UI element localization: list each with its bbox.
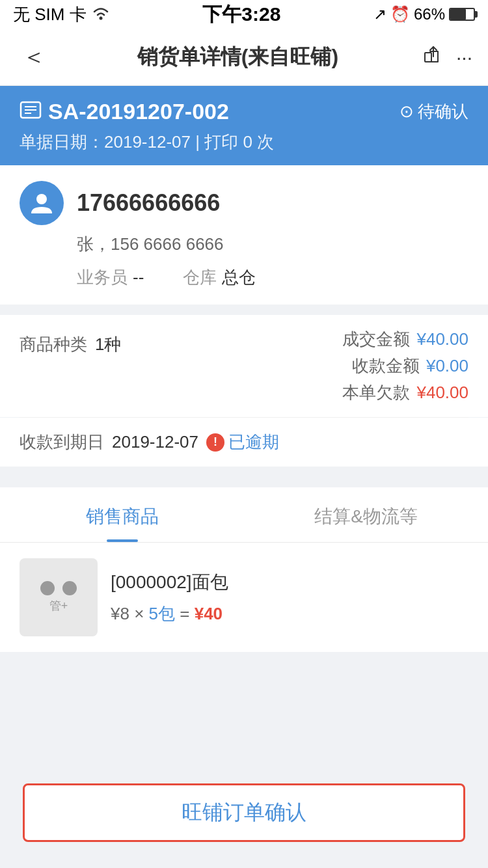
confirm-order-button[interactable]: 旺铺订单确认 bbox=[23, 783, 465, 842]
nav-title: 销货单详情(来自旺铺) bbox=[52, 43, 424, 72]
order-id: SA-20191207-002 bbox=[20, 99, 229, 124]
product-price-row: ¥8 × 5包 = ¥40 bbox=[111, 603, 468, 625]
order-header: SA-20191207-002 ⊙ 待确认 单据日期：2019-12-07 | … bbox=[0, 86, 488, 165]
due-section: 收款到期日 2019-12-07 ! 已逾期 bbox=[0, 418, 488, 467]
order-id-row: SA-20191207-002 ⊙ 待确认 bbox=[20, 99, 468, 124]
order-status: ⊙ 待确认 bbox=[400, 100, 468, 123]
price-formula: ¥8 × bbox=[111, 604, 149, 623]
confirm-button-wrapper: 旺铺订单确认 bbox=[23, 783, 465, 842]
customer-section: 17666666666 张，156 6666 6666 业务员 -- 仓库 总仓 bbox=[0, 165, 488, 305]
section-divider-2 bbox=[0, 467, 488, 477]
tab-underline bbox=[107, 539, 138, 542]
tabs-row: 销售商品 结算&物流等 bbox=[0, 487, 488, 543]
product-name: [0000002]面包 bbox=[111, 570, 468, 595]
status-bar: 无 SIM 卡 下午3:28 ↗ ⏰ 66% bbox=[0, 0, 488, 29]
tab-sales-product[interactable]: 销售商品 bbox=[0, 487, 244, 542]
order-icon bbox=[20, 99, 42, 124]
nav-bar: ＜ 销货单详情(来自旺铺) ··· bbox=[0, 29, 488, 86]
tab-settlement-label: 结算&物流等 bbox=[314, 506, 418, 526]
quantity-value: 5包 bbox=[149, 604, 175, 623]
share-button[interactable] bbox=[424, 45, 443, 69]
svg-point-0 bbox=[99, 16, 102, 20]
customer-phone: 17666666666 bbox=[77, 189, 220, 217]
summary-section: 商品种类 1种 成交金额 ¥40.00 收款金额 ¥0.00 本单欠款 ¥40.… bbox=[0, 315, 488, 417]
summary-left: 商品种类 1种 bbox=[20, 328, 342, 356]
amount-row-0: 成交金额 ¥40.00 bbox=[342, 328, 468, 351]
overdue-badge: ! 已逾期 bbox=[206, 431, 279, 454]
amount-label-2: 本单欠款 bbox=[342, 381, 410, 404]
category-value: 1种 bbox=[95, 333, 121, 356]
product-item: 管+ [0000002]面包 ¥8 × 5包 = ¥40 bbox=[0, 543, 488, 652]
wifi-icon bbox=[92, 5, 110, 25]
warehouse-value: 总仓 bbox=[222, 266, 256, 289]
status-left: 无 SIM 卡 bbox=[13, 3, 110, 26]
sales-value: -- bbox=[133, 267, 144, 288]
clock-icon: ⊙ bbox=[400, 102, 414, 122]
status-right: ↗ ⏰ 66% bbox=[373, 5, 475, 23]
warehouse-label: 仓库 bbox=[183, 266, 217, 289]
category-label: 商品种类 bbox=[20, 333, 87, 356]
amount-value-2: ¥40.00 bbox=[416, 383, 468, 403]
owl-eyes bbox=[40, 581, 77, 595]
back-button[interactable]: ＜ bbox=[16, 34, 52, 79]
bottom-area bbox=[0, 652, 488, 782]
owl-eye-left bbox=[40, 581, 55, 595]
overdue-icon: ! bbox=[206, 433, 224, 452]
status-time: 下午3:28 bbox=[202, 1, 280, 28]
avatar bbox=[20, 181, 64, 225]
due-label: 收款到期日 bbox=[20, 431, 104, 454]
owl-eye-right bbox=[62, 581, 77, 595]
amount-row-2: 本单欠款 ¥40.00 bbox=[342, 381, 468, 404]
product-info: [0000002]面包 ¥8 × 5包 = ¥40 bbox=[111, 570, 468, 625]
confirm-button-text: 旺铺订单确认 bbox=[182, 798, 306, 827]
battery-text: 66% bbox=[414, 5, 445, 23]
location-icon: ↗ bbox=[373, 5, 386, 23]
tab-settlement[interactable]: 结算&物流等 bbox=[244, 487, 488, 542]
tab-sales-product-label: 销售商品 bbox=[86, 506, 159, 526]
customer-detail: 张，156 6666 6666 bbox=[77, 233, 468, 256]
amount-value-1: ¥0.00 bbox=[426, 356, 468, 376]
amount-row-1: 收款金额 ¥0.00 bbox=[352, 355, 468, 377]
due-date: 2019-12-07 bbox=[112, 432, 198, 452]
total-value: ¥40 bbox=[195, 604, 223, 623]
customer-row: 17666666666 bbox=[20, 181, 468, 225]
section-divider-1 bbox=[0, 305, 488, 315]
sales-label: 业务员 bbox=[77, 266, 128, 289]
product-logo: 管+ bbox=[40, 581, 77, 614]
battery-icon bbox=[449, 8, 475, 21]
overdue-text: 已逾期 bbox=[228, 431, 279, 454]
more-button[interactable]: ··· bbox=[456, 46, 472, 68]
owl-text: 管+ bbox=[49, 598, 68, 614]
order-date: 单据日期：2019-12-07 | 打印 0 次 bbox=[20, 131, 468, 154]
battery-fill bbox=[450, 9, 466, 20]
carrier-text: 无 SIM 卡 bbox=[13, 3, 87, 26]
nav-actions: ··· bbox=[424, 45, 472, 69]
tabs-section: 销售商品 结算&物流等 bbox=[0, 487, 488, 543]
customer-meta: 业务员 -- 仓库 总仓 bbox=[77, 266, 468, 289]
alarm-icon: ⏰ bbox=[390, 5, 410, 23]
amount-label-0: 成交金额 bbox=[342, 328, 410, 351]
equals-sign: = bbox=[175, 604, 195, 623]
amount-value-0: ¥40.00 bbox=[416, 329, 468, 349]
summary-right: 成交金额 ¥40.00 收款金额 ¥0.00 本单欠款 ¥40.00 bbox=[342, 328, 468, 404]
svg-rect-1 bbox=[425, 53, 431, 62]
amount-label-1: 收款金额 bbox=[352, 355, 420, 377]
svg-point-7 bbox=[36, 194, 47, 204]
product-thumbnail: 管+ bbox=[20, 558, 98, 636]
